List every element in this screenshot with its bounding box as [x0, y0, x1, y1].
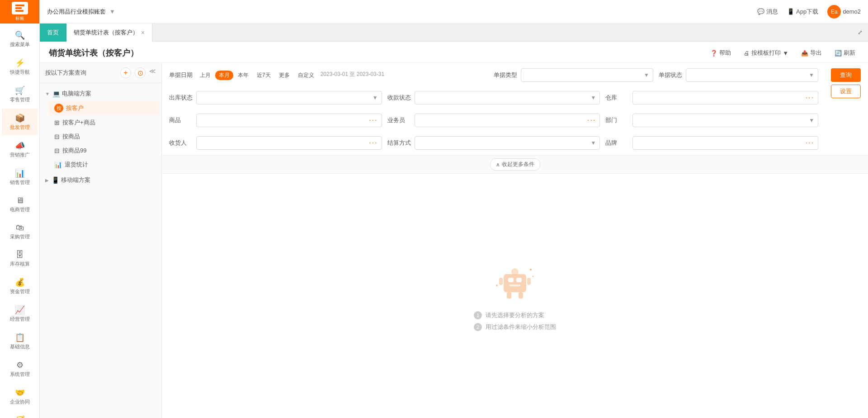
sidebar-item-system[interactable]: ⚙ 系统管理 — [2, 356, 38, 382]
collapse-panel-button[interactable]: ≪ — [149, 67, 156, 78]
filter-date-group: 单据日期 上月 本月 本年 近7天 更多 自定义 2023-03-01 至 20… — [169, 71, 488, 80]
date-tabs: 上月 本月 本年 近7天 更多 自定义 2023-03-01 至 2023-03… — [196, 71, 384, 80]
print-template-button[interactable]: 🖨 按模板打印 ▼ — [740, 47, 792, 59]
date-tab-this-month[interactable]: 本月 — [215, 71, 233, 80]
brand-control[interactable]: ··· — [632, 136, 818, 150]
print-icon: 🖨 — [744, 50, 750, 57]
filter-row-1: 单据日期 上月 本月 本年 近7天 更多 自定义 2023-03-01 至 20… — [169, 68, 818, 82]
settings-button[interactable]: 设置 — [831, 85, 861, 98]
sidebar-item-finance[interactable]: 💰 资金管理 — [2, 273, 38, 299]
department-label: 部门 — [605, 116, 629, 124]
hint-text-2: 用过滤条件来缩小分析范围 — [486, 323, 556, 331]
export-button[interactable]: 📤 导出 — [797, 47, 826, 59]
svg-point-13 — [533, 276, 534, 277]
filter-salesperson: 业务员 ··· — [387, 114, 600, 127]
logo[interactable]: 标账 — [0, 0, 39, 24]
date-tab-this-year[interactable]: 本年 — [234, 71, 252, 80]
user-action[interactable]: Ea demo2 — [827, 5, 861, 19]
search-icon: 🔍 — [15, 30, 25, 40]
sidebar-item-purchase[interactable]: 🛍 采购管理 — [2, 218, 38, 245]
refresh-icon: 🔄 — [835, 50, 842, 57]
sidebar-item-guide[interactable]: 🧭 新手引导 — [2, 411, 38, 418]
tab-home[interactable]: 首页 — [40, 24, 66, 42]
date-tab-more[interactable]: 更多 — [275, 71, 293, 80]
mobile-icon: 📱 — [52, 176, 59, 184]
svg-rect-7 — [499, 278, 503, 285]
settings-scheme-button[interactable]: ⊙ — [135, 67, 146, 78]
date-tab-last-month[interactable]: 上月 — [196, 71, 214, 80]
sidebar-item-inventory[interactable]: 🗄 库存核算 — [2, 246, 38, 272]
scheme-item-goods99[interactable]: ⊟ 按商品99 — [49, 144, 160, 157]
message-action[interactable]: 💬 消息 — [757, 8, 778, 16]
receipt-status-control[interactable]: ▼ — [415, 91, 600, 104]
out-status-control[interactable]: ▼ — [196, 91, 382, 104]
sidebar-item-marketing[interactable]: 📣 营销推广 — [2, 136, 38, 163]
header-left: 办公用品行业模拟账套 ▼ — [47, 8, 115, 16]
svg-rect-10 — [519, 292, 523, 299]
app-download-action[interactable]: 📱 App下载 — [787, 8, 818, 16]
empty-state: 1 请先选择要分析的方案 2 用过滤条件来缩小分析范围 — [162, 174, 868, 418]
collapse-row[interactable]: ∧ 收起更多条件 — [162, 156, 868, 174]
logo-icon — [12, 2, 28, 14]
sidebar-item-quick-nav[interactable]: ⚡ 快捷导航 — [2, 53, 38, 80]
scheme-item-return-stats[interactable]: 📊 退货统计 — [49, 158, 160, 171]
active-tab-label: 销货单统计表（按客户） — [74, 28, 138, 37]
filter-bar: 单据日期 上月 本月 本年 近7天 更多 自定义 2023-03-01 至 20… — [162, 63, 868, 156]
help-button[interactable]: ❓ 帮助 — [707, 47, 735, 59]
salesperson-control[interactable]: ··· — [415, 114, 600, 127]
goods-dots-icon: ··· — [369, 116, 377, 124]
empty-hint-1: 1 请先选择要分析的方案 — [474, 311, 556, 319]
collapse-icon: ≪ — [149, 67, 156, 75]
doc-status-control[interactable]: ▼ — [686, 68, 818, 82]
basic-icon: 📋 — [15, 332, 25, 342]
sidebar-item-basic[interactable]: 📋 基础信息 — [2, 328, 38, 355]
sidebar-item-search[interactable]: 🔍 搜索菜单 — [2, 26, 38, 52]
scheme-item-goods[interactable]: ⊟ 按商品 — [49, 130, 160, 143]
settlement-control[interactable]: ▼ — [415, 136, 600, 150]
operation-icon: 📈 — [15, 305, 25, 315]
dropdown-icon[interactable]: ▼ — [109, 8, 115, 15]
scheme-item-customer[interactable]: 按 按客户 — [49, 101, 160, 115]
tab-active[interactable]: 销货单统计表（按客户） × — [66, 24, 152, 42]
sidebar-item-wholesale[interactable]: 📦 批发管理 — [2, 109, 38, 135]
scheme-item-goods99-label: 按商品99 — [62, 147, 86, 155]
goods-control[interactable]: ··· — [196, 114, 382, 127]
department-control[interactable]: ▼ — [632, 114, 818, 127]
expand-arrow-icon-mobile: ▶ — [45, 178, 49, 183]
svg-rect-8 — [527, 278, 531, 285]
svg-rect-6 — [509, 285, 520, 286]
left-panel-title: 按以下方案查询 — [45, 69, 86, 77]
department-arrow-icon: ▼ — [809, 117, 814, 124]
date-tab-custom[interactable]: 自定义 — [294, 71, 318, 80]
tab-close-icon[interactable]: × — [141, 29, 145, 36]
sidebar-item-retail[interactable]: 🛒 零售管理 — [2, 81, 38, 108]
add-scheme-button[interactable]: + — [120, 67, 131, 78]
sidebar-item-sales[interactable]: 📊 销售管理 — [2, 164, 38, 190]
warehouse-control[interactable]: ··· — [632, 91, 818, 104]
left-panel: 按以下方案查询 + ⊙ ≪ — [40, 63, 162, 418]
sidebar-item-enterprise[interactable]: 🤝 企业协同 — [2, 383, 38, 410]
sidebar-item-operation[interactable]: 📈 经营管理 — [2, 300, 38, 327]
warehouse-dots-icon: ··· — [806, 94, 814, 102]
query-button[interactable]: 查询 — [831, 68, 861, 82]
sidebar-item-label: 电商管理 — [10, 206, 30, 213]
date-tab-7days[interactable]: 近7天 — [253, 71, 274, 80]
tab-bar: 首页 销货单统计表（按客户） × ⤢ — [40, 24, 868, 42]
scheme-group-mobile-header[interactable]: ▶ 📱 移动端方案 — [40, 173, 161, 187]
print-dropdown-icon: ▼ — [783, 50, 788, 57]
scheme-item-goods-label: 按商品 — [62, 133, 80, 141]
doc-type-label: 单据类型 — [494, 71, 517, 79]
doc-type-arrow-icon: ▼ — [644, 72, 649, 78]
filter-department: 部门 ▼ — [605, 114, 818, 127]
doc-type-control[interactable]: ▼ — [521, 68, 653, 82]
tab-maximize[interactable]: ⤢ — [852, 29, 868, 36]
sidebar-item-label: 基础信息 — [10, 343, 30, 350]
scheme-item-customer-goods[interactable]: ⊞ 按客户+商品 — [49, 116, 160, 129]
collapse-button[interactable]: ∧ 收起更多条件 — [490, 158, 540, 171]
sidebar-item-ecommerce[interactable]: 🖥 电商管理 — [2, 191, 38, 218]
salesperson-label: 业务员 — [387, 116, 411, 124]
export-icon: 📤 — [801, 50, 808, 57]
receiver-control[interactable]: ··· — [196, 136, 382, 150]
scheme-group-pc-header[interactable]: ▼ 💻 电脑端方案 — [40, 87, 161, 100]
refresh-button[interactable]: 🔄 刷新 — [831, 47, 859, 59]
